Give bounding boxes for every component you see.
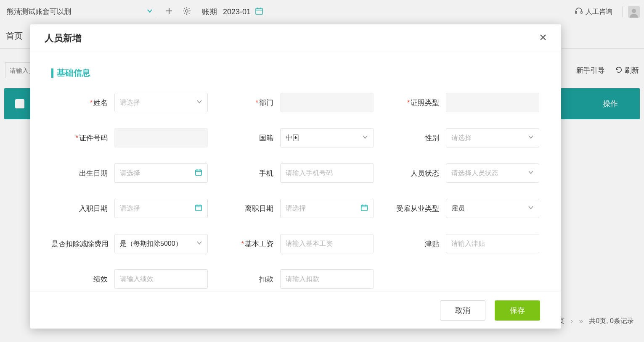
field-performance: 绩效 — [51, 269, 209, 289]
name-select[interactable]: 请选择 — [114, 93, 208, 112]
onboard-picker[interactable]: 请选择 — [114, 199, 208, 218]
svg-rect-5 — [196, 170, 201, 176]
gender-placeholder: 请选择 — [451, 134, 472, 142]
performance-input-wrap — [114, 269, 208, 289]
label-deduct: 是否扣除减除费用 — [51, 240, 109, 248]
leave-placeholder: 请选择 — [286, 204, 306, 213]
cancel-button[interactable]: 取消 — [440, 300, 485, 321]
field-phone: 手机 — [217, 163, 374, 183]
leave-picker[interactable]: 请选择 — [280, 199, 374, 218]
idnumber-input — [114, 128, 208, 147]
label-basesalary: 基本工资 — [245, 240, 273, 248]
section-basic-label: 基础信息 — [57, 67, 90, 79]
nationality-select[interactable]: 中国 — [280, 128, 374, 147]
chevron-down-icon — [196, 99, 202, 106]
field-deduction: 扣款 — [217, 269, 374, 289]
modal-footer: 取消 保存 — [30, 292, 561, 329]
allowance-input-wrap — [446, 234, 539, 253]
onboard-placeholder: 请选择 — [120, 204, 140, 213]
chevron-down-icon — [196, 240, 202, 247]
performance-input[interactable] — [120, 270, 202, 288]
add-person-modal: 人员新增 基础信息 *姓名 请选择 *部门 — [30, 24, 561, 329]
save-button[interactable]: 保存 — [495, 300, 540, 321]
chevron-down-icon — [362, 134, 368, 142]
label-deduction: 扣款 — [259, 275, 273, 283]
field-basesalary: *基本工资 — [217, 234, 374, 253]
label-leave: 离职日期 — [245, 205, 273, 213]
field-name: *姓名 请选择 — [51, 93, 209, 112]
field-department: *部门 — [217, 93, 374, 112]
deduct-select[interactable]: 是（每期扣除5000） — [114, 234, 208, 253]
deduction-input[interactable] — [286, 270, 368, 288]
basesalary-input-wrap — [280, 234, 374, 253]
label-department: 部门 — [259, 99, 273, 107]
field-nationality: 国籍 中国 — [217, 128, 374, 147]
form-grid: *姓名 请选择 *部门 *证照类型 *证件号码 — [51, 93, 540, 289]
close-icon[interactable] — [539, 33, 547, 44]
emptype-select[interactable]: 雇员 — [446, 199, 539, 218]
allowance-input[interactable] — [451, 234, 534, 253]
modal-body: 基础信息 *姓名 请选择 *部门 *证照类型 — [30, 52, 561, 292]
label-status: 人员状态 — [411, 169, 439, 177]
birthdate-picker[interactable]: 请选择 — [114, 163, 208, 183]
basesalary-input[interactable] — [286, 234, 368, 253]
phone-input[interactable] — [286, 164, 368, 182]
deduct-value: 是（每期扣除5000） — [120, 239, 182, 248]
calendar-icon — [195, 168, 202, 178]
label-gender: 性别 — [425, 134, 439, 142]
svg-rect-6 — [196, 205, 201, 211]
idtype-input — [446, 93, 539, 112]
modal-title: 人员新增 — [45, 32, 82, 45]
label-phone: 手机 — [259, 169, 273, 177]
label-emptype: 受雇从业类型 — [396, 205, 439, 213]
field-allowance: 津贴 — [383, 234, 540, 253]
phone-input-wrap — [280, 163, 374, 183]
field-deduct: 是否扣除减除费用 是（每期扣除5000） — [51, 234, 209, 253]
birthdate-placeholder: 请选择 — [120, 169, 140, 178]
field-idnumber: *证件号码 — [51, 128, 209, 147]
calendar-icon — [195, 204, 202, 213]
field-status: 人员状态 请选择人员状态 — [383, 163, 540, 183]
label-birthdate: 出生日期 — [79, 169, 108, 177]
chevron-down-icon — [528, 205, 534, 212]
status-placeholder: 请选择人员状态 — [451, 169, 498, 178]
section-basic-title: 基础信息 — [51, 67, 540, 79]
svg-rect-7 — [361, 205, 367, 211]
calendar-icon — [360, 204, 368, 213]
label-idnumber: 证件号码 — [79, 134, 108, 142]
deduction-input-wrap — [280, 269, 374, 289]
label-performance: 绩效 — [93, 275, 108, 283]
name-placeholder: 请选择 — [120, 98, 140, 107]
chevron-down-icon — [528, 134, 534, 142]
modal-header: 人员新增 — [30, 24, 561, 52]
label-nationality: 国籍 — [259, 134, 273, 142]
field-birthdate: 出生日期 请选择 — [51, 163, 209, 183]
label-onboard: 入职日期 — [79, 205, 108, 213]
field-gender: 性别 请选择 — [383, 128, 540, 147]
label-idtype: 证照类型 — [411, 99, 439, 107]
field-emptype: 受雇从业类型 雇员 — [383, 199, 540, 218]
field-leave: 离职日期 请选择 — [217, 199, 374, 218]
chevron-down-icon — [528, 169, 534, 177]
field-idtype: *证照类型 — [383, 93, 540, 112]
status-select[interactable]: 请选择人员状态 — [446, 163, 539, 183]
field-onboard: 入职日期 请选择 — [51, 199, 209, 218]
label-name: 姓名 — [93, 99, 108, 107]
nationality-value: 中国 — [286, 134, 299, 142]
emptype-value: 雇员 — [451, 204, 465, 213]
gender-select[interactable]: 请选择 — [446, 128, 539, 147]
label-allowance: 津贴 — [425, 240, 439, 248]
department-input — [280, 93, 374, 112]
